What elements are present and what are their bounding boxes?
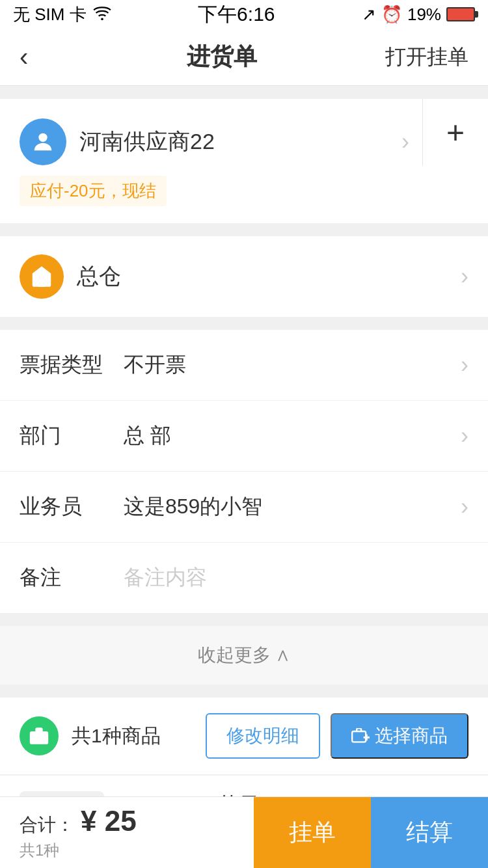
supplier-selector[interactable]: 河南供应商22 › [0, 99, 423, 165]
ticket-type-label: 票据类型 [20, 351, 111, 379]
remark-input[interactable]: 备注内容 [111, 563, 468, 592]
supplier-section: 河南供应商22 › + [0, 99, 488, 165]
total-amount: ¥ 25 [81, 805, 137, 837]
warehouse-row[interactable]: 总仓 › [0, 236, 488, 317]
remark-label: 备注 [20, 563, 111, 592]
status-carrier: 无 SIM 卡 [13, 3, 111, 26]
form-section: 票据类型 不开票 › 部门 总 部 › 业务员 这是859的小智 › 备注 备注… [0, 330, 488, 613]
supplier-info-row: 应付-20元，现结 [0, 165, 488, 223]
select-product-label: 选择商品 [375, 724, 448, 748]
supplier-avatar [20, 118, 66, 165]
svg-point-0 [101, 18, 103, 20]
alarm-icon: ⏰ [381, 5, 402, 25]
collapse-label: 收起更多 ∧ [198, 643, 291, 668]
warehouse-name: 总仓 [77, 262, 454, 292]
sales-row[interactable]: 业务员 这是859的小智 › [0, 472, 488, 543]
location-icon: ↗ [362, 5, 376, 25]
supplier-name: 河南供应商22 [79, 127, 395, 157]
status-bar: 无 SIM 卡 下午6:16 ↗ ⏰ 19% [0, 0, 488, 29]
nav-bar: ‹ 进货单 打开挂单 [0, 29, 488, 86]
checkout-button[interactable]: 结算 [371, 797, 488, 868]
sales-label: 业务员 [20, 493, 111, 521]
sales-chevron-icon: › [461, 493, 468, 521]
supplier-tag: 应付-20元，现结 [20, 176, 167, 206]
supplier-chevron-icon: › [401, 128, 409, 156]
products-count: 共1种商品 [72, 723, 206, 750]
products-header: 共1种商品 修改明细 选择商品 [0, 698, 488, 775]
collapse-button[interactable]: 收起更多 ∧ [0, 626, 488, 685]
hold-button[interactable]: 挂单 [254, 797, 371, 868]
total-label: 合计： [20, 813, 74, 837]
ticket-type-chevron-icon: › [461, 351, 468, 379]
battery-icon [446, 7, 475, 21]
remark-row[interactable]: 备注 备注内容 [0, 543, 488, 613]
status-time: 下午6:16 [198, 1, 275, 28]
department-chevron-icon: › [461, 422, 468, 450]
sales-value: 这是859的小智 [111, 493, 454, 521]
status-right: ↗ ⏰ 19% [362, 5, 475, 25]
department-row[interactable]: 部门 总 部 › [0, 401, 488, 472]
carrier-text: 无 SIM 卡 [13, 3, 87, 26]
total-sub: 共1种 [20, 840, 234, 861]
back-button[interactable]: ‹ [20, 42, 59, 72]
modify-detail-button[interactable]: 修改明细 [206, 713, 320, 759]
battery-percent: 19% [407, 5, 441, 25]
total-row: 合计： ¥ 25 [20, 805, 234, 837]
warehouse-chevron-icon: › [461, 263, 468, 290]
footer: 合计： ¥ 25 共1种 挂单 结算 [0, 796, 488, 868]
warehouse-icon [20, 254, 64, 299]
add-button[interactable]: + [423, 99, 488, 165]
department-label: 部门 [20, 422, 111, 450]
ticket-type-value: 不开票 [111, 351, 454, 379]
department-value: 总 部 [111, 422, 454, 450]
wifi-icon [93, 5, 111, 25]
page-title: 进货单 [187, 41, 257, 73]
svg-rect-2 [30, 731, 48, 744]
svg-point-1 [38, 133, 47, 142]
ticket-type-row[interactable]: 票据类型 不开票 › [0, 330, 488, 401]
footer-total: 合计： ¥ 25 共1种 [0, 797, 254, 868]
open-hold-button[interactable]: 打开挂单 [385, 43, 468, 72]
products-icon [20, 716, 59, 755]
select-product-button[interactable]: 选择商品 [331, 713, 468, 759]
